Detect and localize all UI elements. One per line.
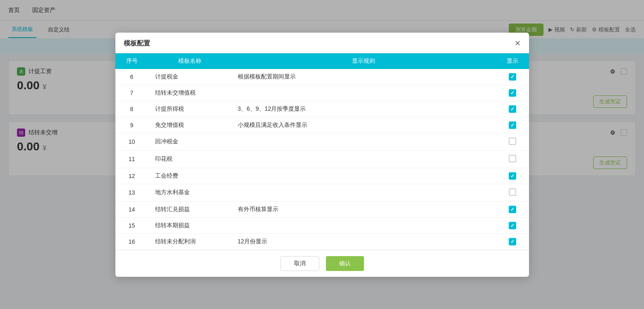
table-row: 13地方水利基金 (115, 184, 529, 201)
checkbox-checked[interactable] (509, 121, 516, 129)
checkbox-checked[interactable] (509, 105, 516, 113)
cell-seq: 12 (115, 168, 148, 184)
dialog-footer: 取消 确认 (115, 250, 529, 277)
cell-rule (231, 184, 496, 201)
table-scroll-area[interactable]: 序号 模板名称 显示规则 显示 6计提税金根据模板配置期间显示7结转未交增值税8… (115, 53, 529, 250)
checkbox-checked[interactable] (509, 89, 516, 97)
checkbox-checked[interactable] (509, 172, 516, 180)
cell-rule: 根据模板配置期间显示 (231, 69, 496, 85)
cell-seq: 6 (115, 69, 148, 85)
table-row: 16结转未分配利润12月份显示 (115, 233, 529, 250)
checkbox-checked[interactable] (509, 238, 516, 245)
confirm-button[interactable]: 确认 (326, 256, 364, 271)
cell-rule: 3、6、9、12月按季度显示 (231, 101, 496, 117)
template-config-dialog: 模板配置 ✕ 序号 模板名称 显示规则 显示 (115, 33, 529, 277)
cell-name: 免交增值税 (148, 117, 231, 133)
table-row: 9免交增值税小规模且满足收入条件显示 (115, 117, 529, 133)
table-header: 序号 模板名称 显示规则 显示 (115, 53, 529, 69)
cell-name: 地方水利基金 (148, 184, 231, 201)
cell-checkbox (496, 217, 529, 233)
cell-seq: 7 (115, 85, 148, 101)
cell-rule (231, 217, 496, 233)
cell-rule (231, 150, 496, 168)
checkbox-checked[interactable] (509, 206, 516, 213)
cell-seq: 14 (115, 201, 148, 217)
table-row: 6计提税金根据模板配置期间显示 (115, 69, 529, 85)
table-row: 14结转汇兑损益有外币核算显示 (115, 201, 529, 217)
cell-seq: 9 (115, 117, 148, 133)
cell-seq: 15 (115, 217, 148, 233)
cell-name: 结转未交增值税 (148, 85, 231, 101)
cell-name: 结转未分配利润 (148, 233, 231, 250)
cell-checkbox (496, 85, 529, 101)
cell-rule (231, 85, 496, 101)
cell-name: 回冲税金 (148, 133, 231, 150)
cell-checkbox (496, 150, 529, 168)
cell-checkbox (496, 101, 529, 117)
cancel-button[interactable]: 取消 (280, 256, 319, 271)
checkbox-checked[interactable] (509, 222, 516, 229)
cell-name: 计提所得税 (148, 101, 231, 117)
dialog-body: 序号 模板名称 显示规则 显示 6计提税金根据模板配置期间显示7结转未交增值税8… (115, 53, 529, 250)
cell-name: 计提税金 (148, 69, 231, 85)
cell-checkbox (496, 233, 529, 250)
table-row: 15结转本期损益 (115, 217, 529, 233)
checkbox-unchecked[interactable] (509, 155, 516, 162)
cell-checkbox (496, 168, 529, 184)
table-row: 12工会经费 (115, 168, 529, 184)
cell-name: 工会经费 (148, 168, 231, 184)
table-body: 6计提税金根据模板配置期间显示7结转未交增值税8计提所得税3、6、9、12月按季… (115, 69, 529, 250)
table-row: 10回冲税金 (115, 133, 529, 150)
cell-rule: 小规模且满足收入条件显示 (231, 117, 496, 133)
cell-checkbox (496, 184, 529, 201)
cell-checkbox (496, 201, 529, 217)
cell-rule: 有外币核算显示 (231, 201, 496, 217)
cell-checkbox (496, 133, 529, 150)
table-row: 11印花税 (115, 150, 529, 168)
col-seq: 序号 (115, 53, 148, 69)
cell-seq: 11 (115, 150, 148, 168)
cell-seq: 13 (115, 184, 148, 201)
checkbox-unchecked[interactable] (509, 138, 516, 145)
cell-checkbox (496, 117, 529, 133)
cell-rule (231, 168, 496, 184)
cell-rule (231, 133, 496, 150)
cell-seq: 16 (115, 233, 148, 250)
cell-seq: 8 (115, 101, 148, 117)
cell-name: 印花税 (148, 150, 231, 168)
table-row: 7结转未交增值税 (115, 85, 529, 101)
modal-overlay: 模板配置 ✕ 序号 模板名称 显示规则 显示 (0, 0, 644, 309)
cell-checkbox (496, 69, 529, 85)
col-rule: 显示规则 (231, 53, 496, 69)
cell-name: 结转汇兑损益 (148, 201, 231, 217)
col-name: 模板名称 (148, 53, 231, 69)
checkbox-unchecked[interactable] (509, 188, 516, 196)
cell-seq: 10 (115, 133, 148, 150)
dialog-header: 模板配置 ✕ (115, 33, 529, 53)
config-table: 序号 模板名称 显示规则 显示 6计提税金根据模板配置期间显示7结转未交增值税8… (115, 53, 529, 250)
dialog-close-button[interactable]: ✕ (515, 40, 521, 47)
col-display: 显示 (496, 53, 529, 69)
table-row: 8计提所得税3、6、9、12月按季度显示 (115, 101, 529, 117)
checkbox-checked[interactable] (509, 73, 516, 81)
cell-name: 结转本期损益 (148, 217, 231, 233)
dialog-title: 模板配置 (124, 39, 150, 48)
background-page: 首页 固定资产 系统模板 自定义结 测算金额 ▶ 视频 ↻ 刷新 ⚙ 模板配置 … (0, 0, 644, 309)
cell-rule: 12月份显示 (231, 233, 496, 250)
